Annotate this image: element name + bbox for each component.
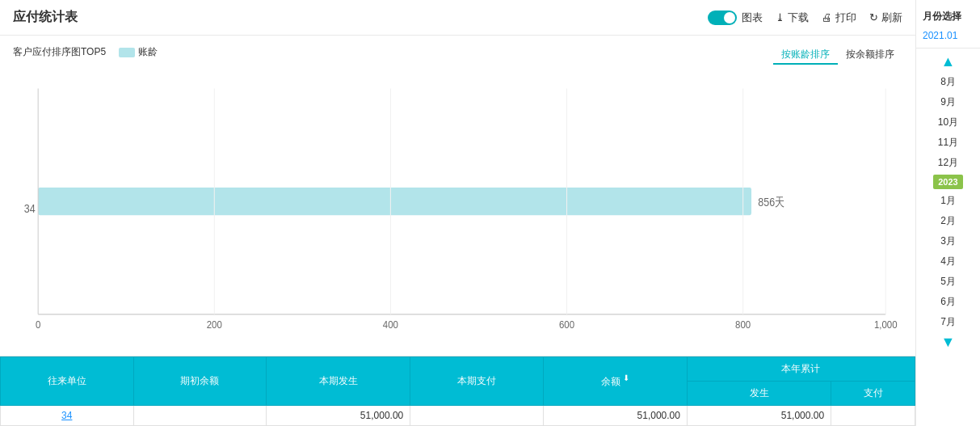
print-icon: 🖨 [822,11,832,23]
chart-toggle[interactable] [708,11,737,25]
data-table: 往来单位 期初余额 本期发生 本期支付 余额 ⬇ 本年累计 发生 [0,356,915,426]
sidebar-month-7[interactable]: 7月 [916,312,980,332]
sidebar-month-6[interactable]: 6月 [916,292,980,312]
col-header-current-occur: 本期发生 [267,357,410,406]
refresh-icon: ↻ [869,11,878,23]
sidebar-month-4[interactable]: 4月 [916,251,980,272]
legend-color-box [119,48,135,57]
sidebar-down-arrow[interactable]: ▼ [940,332,957,352]
sidebar-up-arrow[interactable]: ▲ [940,52,957,72]
sidebar-month-8[interactable]: 8月 [916,72,980,92]
col-header-annual-pay: 支付 [831,382,915,406]
svg-text:1,000: 1,000 [874,318,898,331]
sort-tabs: 按账龄排序 按余额排序 [773,46,902,65]
refresh-label: 刷新 [881,11,902,25]
cell-annual-occur: 51,000.00 [687,406,831,426]
sidebar-title: 月份选择 [916,6,980,27]
col-header-unit: 往来单位 [1,357,134,406]
refresh-button[interactable]: ↻ 刷新 [869,11,902,25]
svg-text:800: 800 [735,318,751,331]
svg-text:34: 34 [24,202,36,215]
table-container: 往来单位 期初余额 本期发生 本期支付 余额 ⬇ 本年累计 发生 [0,356,915,426]
cell-annual-pay [831,406,915,426]
sidebar-month-1[interactable]: 1月 [916,191,980,211]
col-header-annual-occur: 发生 [687,382,831,406]
cell-current-pay [410,406,544,426]
sort-tab-age[interactable]: 按账龄排序 [773,46,838,65]
sidebar-year[interactable]: 2021.01 [916,27,980,44]
sidebar-month-2[interactable]: 2月 [916,211,980,231]
legend-box-item: 账龄 [119,45,158,59]
legend-box-label: 账龄 [138,45,158,59]
chart-container: 34 856天 0 200 400 600 800 1,000 [13,69,902,346]
download-label: 下载 [788,11,809,25]
print-label: 打印 [835,11,856,25]
sidebar-month-10[interactable]: 10月 [916,112,980,133]
sidebar-month-5[interactable]: 5月 [916,272,980,292]
legend-title: 客户应付排序图TOP5 [13,45,106,59]
download-icon: ⤓ [776,11,784,23]
col-header-annual: 本年累计 [687,357,915,382]
cell-current-occur: 51,000.00 [267,406,410,426]
col-header-balance: 余额 ⬇ [543,357,687,406]
download-button[interactable]: ⤓ 下载 [776,11,809,25]
sort-tab-balance[interactable]: 按余额排序 [838,46,902,65]
toggle-label: 图表 [742,11,763,25]
sidebar: 月份选择 2021.01 ▲ 8月 9月 10月 11月 12月 2023 1月… [915,0,980,426]
sidebar-month-12[interactable]: 12月 [916,153,980,173]
svg-text:200: 200 [207,318,222,331]
col-header-opening: 期初余额 [133,357,267,406]
page-title: 应付统计表 [13,9,78,26]
svg-text:600: 600 [559,318,574,331]
sidebar-month-11[interactable]: 11月 [916,133,980,153]
table-area: 往来单位 期初余额 本期发生 本期支付 余额 ⬇ 本年累计 发生 [0,356,915,426]
table-row: 34 51,000.00 51,000.00 51,000.00 [1,406,915,426]
svg-text:0: 0 [36,318,40,331]
col-header-current-pay: 本期支付 [410,357,544,406]
sidebar-year-badge: 2023 [933,175,962,189]
sidebar-month-3[interactable]: 3月 [916,231,980,251]
sidebar-month-9[interactable]: 9月 [916,92,980,112]
print-button[interactable]: 🖨 打印 [822,11,856,25]
chart-svg: 34 856天 0 200 400 600 800 1,000 [13,69,902,346]
cell-balance: 51,000.00 [543,406,687,426]
svg-text:856天: 856天 [758,196,785,209]
chart-toggle-wrap: 图表 [708,11,763,25]
svg-rect-1 [38,188,751,215]
cell-opening [133,406,267,426]
sidebar-nav: ▲ 8月 9月 10月 11月 12月 2023 1月 2月 3月 4月 5月 … [916,52,980,352]
cell-unit[interactable]: 34 [1,406,134,426]
svg-text:400: 400 [383,318,398,331]
